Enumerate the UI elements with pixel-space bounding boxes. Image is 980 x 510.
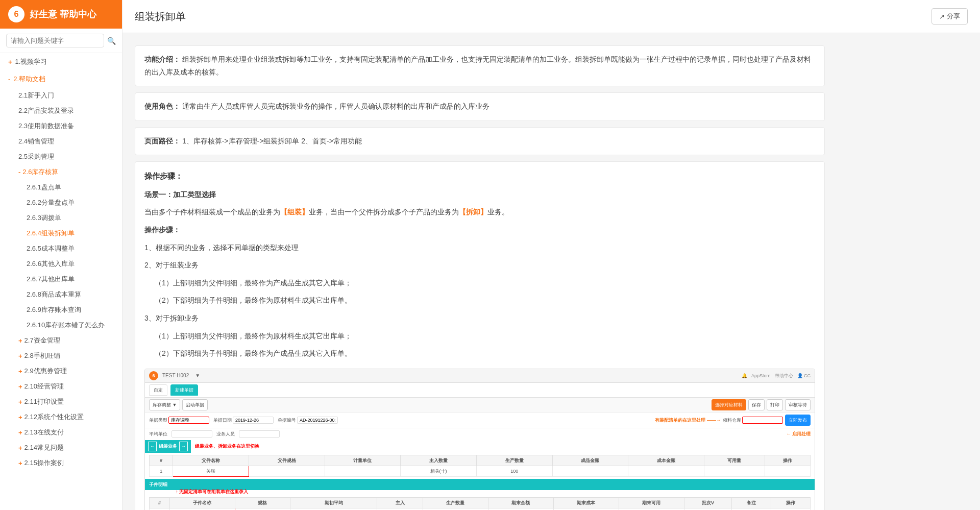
sidebar-item-assembly[interactable]: 2.6.4组装拆卸单 — [0, 226, 122, 241]
material-label: 领料仓库 — [723, 416, 741, 424]
material-input[interactable] — [742, 417, 783, 424]
th-end-amt: 期末金额 — [488, 498, 553, 508]
sidebar-item-adjust[interactable]: 2.6.3调拨单 — [0, 210, 122, 226]
minus-icon-inventory: - — [18, 168, 20, 176]
sidebar-item-label: 2.6.8商品成本重算 — [27, 290, 81, 299]
plus-icon-online-pay: + — [18, 429, 22, 436]
td-num: 1 — [150, 466, 173, 476]
sub-form-input1[interactable] — [172, 430, 212, 438]
help-icon: 帮助中心 — [775, 372, 793, 380]
search-input[interactable] — [6, 34, 104, 47]
plus-icon-print: + — [18, 398, 22, 406]
td-action — [765, 466, 810, 476]
sidebar-item-custom[interactable]: + 2.12系统个性化设置 — [0, 409, 122, 425]
td-parent-spec — [249, 466, 325, 476]
path-label: 页面路径： — [144, 137, 180, 145]
sidebar-item-other-out[interactable]: 2.6.7其他出库单 — [0, 272, 122, 287]
sidebar-item-account-error[interactable]: 2.6.10库存账本错了怎么办 — [0, 318, 122, 333]
sidebar-item-other-in[interactable]: 2.6.6其他入库单 — [0, 256, 122, 272]
mini-btn-save[interactable]: 保存 — [748, 399, 765, 410]
section-toggle-right[interactable]: → — [179, 442, 188, 451]
th-remark: 备注 — [732, 498, 771, 508]
sidebar-item-label: 1.视频学习 — [15, 57, 47, 66]
sidebar-item-split-count[interactable]: 2.6.2分量盘点单 — [0, 195, 122, 210]
sidebar-item-data-prep[interactable]: 2.3使用前数据准备 — [0, 118, 122, 134]
sidebar-item-purchase[interactable]: 2.5采购管理 — [0, 149, 122, 164]
td-prod-amt — [552, 466, 628, 476]
step2-subs: （1）上部明细为父件明细，最终作为产成品生成其它入库单； （2）下部明细为子件明… — [155, 276, 815, 307]
doc-type-group: 单据类型 — [149, 416, 209, 424]
sidebar-item-sales[interactable]: 2.4销售管理 — [0, 134, 122, 149]
mini-section-header: ← 组装业务 → — [145, 440, 191, 452]
mini-btn-edit[interactable]: 启动单据 — [182, 399, 208, 410]
sidebar-item-coupon[interactable]: + 2.9优惠券管理 — [0, 363, 122, 379]
mini-topbar: 6 TEST-H002 ▼ 🔔 AppStore 帮助中心 👤 CC — [145, 369, 815, 383]
sub-form-input2[interactable] — [239, 430, 280, 438]
plus-icon-faq: + — [18, 444, 22, 452]
sidebar-item-finance[interactable]: + 2.7资金管理 — [0, 333, 122, 348]
content-area: 功能介绍： 组装拆卸单用来处理企业组装或拆卸等加工业务，支持有固定装配清单的产品… — [122, 33, 837, 510]
sidebar-item-mobile[interactable]: + 2.8手机旺铺 — [0, 348, 122, 363]
share-icon: ↗ — [939, 13, 945, 20]
function-intro-block: 功能介绍： 组装拆卸单用来处理企业组装或拆卸等加工业务，支持有固定装配清单的产品… — [135, 45, 825, 86]
sidebar-item-install[interactable]: 2.2产品安装及登录 — [0, 103, 122, 118]
mini-tab-custom[interactable]: 自定 — [149, 384, 167, 396]
logo-icon: 6 — [8, 6, 24, 22]
sidebar-item-online-pay[interactable]: + 2.13在线支付 — [0, 425, 122, 440]
search-button[interactable]: 🔍 — [107, 37, 116, 45]
th-unit: 计量单位 — [325, 455, 401, 466]
date-group: 单据日期 — [213, 416, 274, 424]
doc-type-input[interactable] — [168, 417, 209, 424]
mini-upper-table: # 父件名称 父件规格 计量单位 主入数量 生产数量 成品金额 成本金额 可用量 — [149, 455, 811, 477]
sidebar-item-label: 2.1新手入门 — [18, 91, 54, 100]
sidebar-item-label: 2.5采购管理 — [18, 152, 54, 161]
sidebar-item-label: 2.4销售管理 — [18, 137, 54, 146]
sidebar-item-stock-count[interactable]: 2.6.1盘点单 — [0, 180, 122, 195]
steps-block: 操作步骤： 场景一：加工类型选择 当由多个子件材料组装成一个成品的业务为【组装】… — [135, 161, 825, 510]
mini-btn-print[interactable]: 打印 — [767, 399, 783, 410]
sidebar-item-video[interactable]: + 1.视频学习 — [0, 53, 122, 70]
role-text: 通常由生产人员或库管人员完成拆装业务的操作，库管人员确认原材料的出库和产成品的入… — [182, 102, 489, 110]
sidebar-item-operations[interactable]: + 2.10经营管理 — [0, 379, 122, 394]
th-end-avail: 期末可用 — [619, 498, 684, 508]
mini-btn-assembly-list[interactable]: 选择对应材料 — [712, 399, 746, 410]
plus-icon-custom: + — [18, 414, 22, 421]
table-row: 1 关联 相关(十) 100 — [150, 466, 811, 476]
right-form-area: 有装配清单的在这里处理 ——→ 领料仓库 立即发布 — [655, 415, 811, 426]
mini-btn-confirm[interactable]: 立即发布 — [785, 415, 811, 426]
date-input[interactable] — [233, 417, 274, 424]
sidebar-item-faq[interactable]: + 2.14常见问题 — [0, 440, 122, 455]
mini-logo: 6 — [149, 371, 158, 380]
mini-lower-table: # 子件名称 规格 期初平均 主入 生产数量 期末金额 期末成本 期末可用 — [149, 497, 811, 510]
bell-icon: 🔔 — [742, 372, 747, 380]
doc-no-input[interactable] — [297, 417, 338, 424]
share-button[interactable]: ↗ 分享 — [932, 8, 968, 25]
sidebar-item-docs[interactable]: - 2.帮助文档 — [0, 70, 122, 88]
mini-topbar-icons: 🔔 AppStore 帮助中心 👤 CC — [742, 372, 811, 380]
sidebar-item-new-user[interactable]: 2.1新手入门 — [0, 88, 122, 103]
share-label: 分享 — [947, 12, 960, 21]
mini-btn-audit[interactable]: 审核等待 — [785, 399, 811, 410]
step2-sub1: （1）上部明细为父件明细，最终作为产成品生成其它入库单； — [155, 276, 815, 290]
sidebar-item-label: 2.帮助文档 — [13, 75, 45, 84]
sidebar-item-inventory[interactable]: - 2.6库存核算 — [0, 164, 122, 180]
user-icon: 👤 CC — [797, 372, 811, 380]
td-prod-qty: 100 — [476, 466, 552, 476]
section-toggle-left[interactable]: ← — [148, 442, 157, 451]
th-action: 操作 — [765, 455, 810, 466]
function-intro-text: 组装拆卸单用来处理企业组装或拆卸等加工业务，支持有固定装配清单的产品加工业务，也… — [144, 55, 811, 76]
sidebar-item-label: 2.10经营管理 — [24, 382, 64, 391]
sidebar-item-stock-query[interactable]: 2.6.9库存账本查询 — [0, 302, 122, 318]
sidebar-item-print[interactable]: + 2.11打印设置 — [0, 394, 122, 409]
plus-icon-operations: + — [18, 383, 22, 391]
annotation-text5: ↑ 无固定清单可在组装单在这里录入 — [176, 488, 248, 496]
scene1-title: 场景一：加工类型选择 — [144, 190, 216, 199]
mini-btn-new[interactable]: 库存调整 ▼ — [149, 399, 180, 410]
th-main-qty: 主入数量 — [401, 455, 477, 466]
sidebar-item-cases[interactable]: + 2.15操作案例 — [0, 455, 122, 471]
mini-tab-new[interactable]: 新建单据 — [170, 384, 198, 396]
sidebar-item-cost-adjust[interactable]: 2.6.5成本调整单 — [0, 241, 122, 256]
main-header: 组装拆卸单 ↗ 分享 — [122, 0, 980, 33]
minus-icon: - — [8, 76, 10, 83]
sidebar-item-cost-reset[interactable]: 2.6.8商品成本重算 — [0, 287, 122, 302]
